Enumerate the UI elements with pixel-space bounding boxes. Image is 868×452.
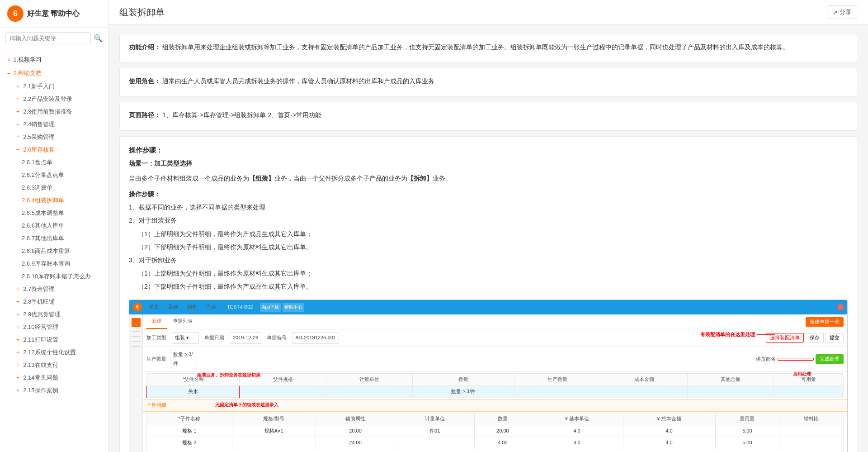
ss-lower-td-1-7: 4.0 — [623, 425, 715, 437]
ss-lower-td-2-7: 4.0 — [623, 437, 715, 449]
sidebar-item-2-6-10[interactable]: 2.6.10库存账本错了怎么办 — [0, 270, 108, 283]
ss-lower-td-2-3: 24.00 — [316, 437, 395, 449]
sidebar-item-video-learning[interactable]: + 1.视频学习 — [0, 53, 108, 67]
ss-date-field[interactable]: 2019-12-26 — [230, 332, 261, 344]
func-intro-card: 功能介绍： 组装拆卸单用来处理企业组装或拆卸等加工业务，支持有固定装配清单的产品… — [119, 34, 857, 62]
content-area: 功能介绍： 组装拆卸单用来处理企业组装或拆卸等加工业务，支持有固定装配清单的产品… — [108, 25, 868, 452]
scene1-title: 场景一：加工类型选择 — [129, 158, 848, 169]
ss-lower-td-2-2 — [232, 437, 316, 449]
ss-date-label: 单据日期 — [204, 333, 224, 343]
sidebar-item-help-docs[interactable]: − 2.帮助文档 — [0, 67, 108, 80]
sidebar-item-2-6-6[interactable]: 2.6.6其他入库单 — [0, 219, 108, 232]
ss-num-count-field[interactable]: 数量 ≥ 3/件 — [170, 349, 197, 370]
ss-tab-list[interactable]: 单据列表 — [167, 314, 198, 329]
ss-lower-row-3 — [147, 449, 844, 452]
ss-lower-td-1-1: 规格 1 — [147, 425, 232, 437]
ss-lower-th-5: 数量 — [474, 413, 531, 425]
plus-icon-2-3: + — [16, 108, 20, 115]
sidebar-item-2-15[interactable]: + 2.15操作案例 — [0, 384, 108, 397]
path-label: 页面路径： — [129, 111, 160, 119]
ss-annotation-4: 启用处理 — [793, 368, 811, 379]
sidebar-item-2-4[interactable]: + 2.4销售管理 — [0, 118, 108, 131]
ss-upper-th-5: 生产数量 — [514, 374, 601, 386]
ss-left-icon-2 — [132, 331, 141, 332]
ss-upper-th-4: 数量 — [412, 374, 514, 386]
ss-btn-new-doc[interactable]: 新建单据一览 — [806, 317, 844, 327]
screenshot-container: 6 首页 采购 销售 库存 TEST-H002 App下载 帮助中心 — [129, 300, 848, 452]
ss-lower-td-2-5: 4.00 — [474, 437, 531, 449]
ss-left-icon-3 — [132, 336, 141, 337]
ss-upper-td-1-2 — [240, 386, 326, 398]
sidebar-item-2-2[interactable]: + 2.2产品安装及登录 — [0, 93, 108, 105]
ss-type-field[interactable]: 组装 ▾ — [172, 332, 199, 344]
step2-sub2: （2）下部明细为子件明细，最终作为原材料生成其它出库单。 — [138, 242, 848, 253]
sidebar-item-2-5[interactable]: + 2.5采购管理 — [0, 131, 108, 143]
ss-nav-inventory[interactable]: 库存 — [203, 302, 220, 313]
ss-lower-empty-3 — [147, 449, 844, 452]
role-card: 使用角色： 通常由生产人员或库管人员完成拆装业务的操作，库管人员确认原材料的出库… — [119, 68, 857, 96]
sidebar-item-2-6-1[interactable]: 2.6.1盘点单 — [0, 156, 108, 169]
sidebar-item-2-8[interactable]: + 2.8手机旺铺 — [0, 295, 108, 308]
sidebar-item-2-6-3[interactable]: 2.6.3调拨单 — [0, 181, 108, 194]
sidebar-item-2-6-9[interactable]: 2.6.9库存账本查询 — [0, 257, 108, 270]
ss-lower-td-1-3: 20.00 — [316, 425, 395, 437]
ss-header: 6 首页 采购 销售 库存 TEST-H002 App下载 帮助中心 — [129, 300, 847, 314]
sidebar-item-2-9[interactable]: + 2.9优惠券管理 — [0, 308, 108, 321]
ss-lower-th-1: *子件名称 — [147, 413, 232, 425]
sidebar-item-2-6[interactable]: − 2.6库存核算 — [0, 143, 108, 156]
ss-lower-th-4: 计量单位 — [395, 413, 475, 425]
sidebar-item-2-6-4[interactable]: 2.6.4组装拆卸单 — [0, 194, 108, 207]
sidebar-item-2-13[interactable]: + 2.13在线支付 — [0, 359, 108, 371]
sidebar-item-2-1[interactable]: + 2.1新手入门 — [0, 80, 108, 93]
ss-upper-th-7: 其他金额 — [687, 374, 774, 386]
ss-supplier-group: 供货商名 完成处理 — [756, 354, 844, 364]
ss-left-icon-4 — [132, 341, 141, 342]
search-input[interactable] — [5, 32, 91, 44]
ss-annotation-1-line — [757, 334, 775, 335]
ss-tab-new[interactable]: 新建 — [146, 314, 167, 329]
ss-help-icon: 帮助中心 — [283, 303, 304, 312]
minus-icon: − — [7, 70, 11, 77]
ss-upper-td-1-1: 关木 — [147, 386, 240, 398]
share-button[interactable]: ↗ 分享 — [827, 5, 857, 19]
ss-submit-btn[interactable]: 提交 — [826, 333, 844, 343]
ss-divider-section: 子件明细 无固定清单下的组装在这里录入 — [143, 399, 847, 412]
ss-upper-th-3: 计量单位 — [326, 374, 412, 386]
sidebar-item-2-14[interactable]: + 2.14常见问题 — [0, 371, 108, 384]
logo-text: 好生意 帮助中心 — [27, 9, 80, 19]
ss-annotation-3-text: 组装业务、拆卸业务在这里切换 — [197, 371, 260, 379]
ss-lower-th-3: 辅助属性 — [316, 413, 395, 425]
sidebar-item-2-6-8[interactable]: 2.6.8商品成本重算 — [0, 245, 108, 257]
ss-supplier-field[interactable] — [778, 358, 814, 361]
ss-upper-td-1-4: 数量 ≥ 3/件 — [412, 386, 514, 398]
ss-lower-row-2: 规格 2 24.00 4.00 4.0 4.0 5.00 — [147, 437, 844, 449]
ss-close-btn[interactable] — [837, 304, 844, 310]
ss-app-icon: App下载 — [260, 303, 281, 312]
search-button[interactable]: 🔍 — [94, 34, 103, 43]
ss-nav-purchase[interactable]: 采购 — [165, 302, 182, 313]
sidebar-item-2-6-7[interactable]: 2.6.7其他出库单 — [0, 232, 108, 245]
sidebar-item-2-6-5[interactable]: 2.6.5成本调整单 — [0, 207, 108, 219]
ops-title: 操作步骤： — [129, 144, 848, 156]
ss-type-label: 加工类型 — [146, 333, 166, 343]
sidebar-item-2-7[interactable]: + 2.7资金管理 — [0, 283, 108, 295]
scene1-desc: 当由多个子件材料组装成一个成品的业务为【组装】业务，当由一个父件拆分成多个子产品… — [129, 173, 848, 184]
ss-save-btn[interactable]: 保存 — [806, 333, 824, 343]
sidebar-item-2-3[interactable]: + 2.3使用前数据准备 — [0, 105, 108, 118]
ss-lower-table: *子件名称 规格/型号 辅助属性 计量单位 数量 ¥ 基本单位 ¥ 总本金额 量… — [146, 413, 844, 452]
search-bar: 🔍 — [0, 28, 108, 49]
ss-annotation-3: 组装业务、拆卸业务在这里切换 — [197, 371, 260, 379]
ss-upper-th-6: 成本金额 — [601, 374, 687, 386]
ss-lower-td-1-9 — [779, 425, 844, 437]
ss-supplier-label: 供货商名 — [756, 355, 776, 364]
sidebar-item-2-10[interactable]: + 2.10经营管理 — [0, 321, 108, 333]
sidebar-item-2-11[interactable]: + 2.11打印设置 — [0, 333, 108, 346]
ss-nav-sale[interactable]: 销售 — [184, 302, 201, 313]
sidebar-item-2-6-2[interactable]: 2.6.2分量盘点单 — [0, 169, 108, 181]
plus-icon-2-1: + — [16, 83, 20, 90]
sidebar-item-2-12[interactable]: + 2.12系统个性化设置 — [0, 346, 108, 359]
ss-num-field[interactable]: AD-20191226-001 — [292, 332, 339, 344]
ss-confirm-btn[interactable]: 完成处理 — [816, 354, 844, 364]
ss-logo: 6 — [133, 303, 142, 312]
ss-nav-home[interactable]: 首页 — [146, 302, 163, 313]
